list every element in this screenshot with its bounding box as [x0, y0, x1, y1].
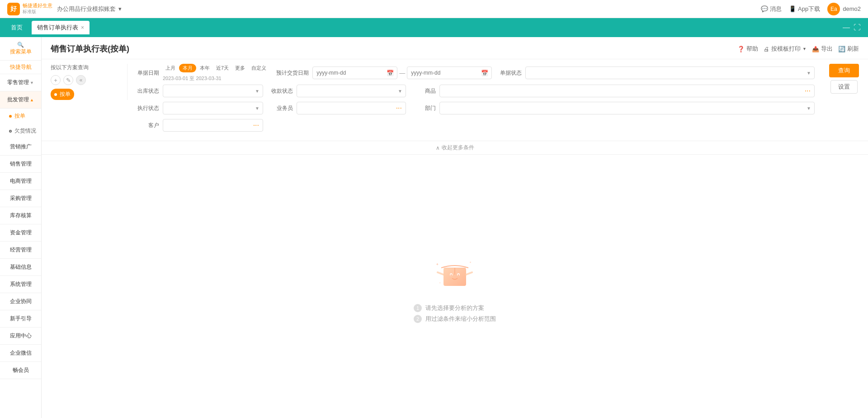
sidebar-item-member[interactable]: 畅会员 [0, 362, 41, 379]
user-area[interactable]: Ea demo2 [827, 3, 861, 15]
filter-top: 按以下方案查询 + ✎ « 按单 [42, 59, 868, 141]
receive-status-select[interactable] [297, 85, 406, 97]
dept-select[interactable] [439, 102, 815, 114]
edit-scheme-button[interactable]: ✎ [63, 75, 73, 85]
sidebar-sub-item-order[interactable]: 按单 [0, 109, 41, 124]
message-icon: 💬 [761, 5, 768, 12]
refresh-label: 刷新 [847, 45, 859, 53]
sidebar-search[interactable]: 🔍 搜索菜单 [0, 37, 41, 61]
svg-text:✦: ✦ [469, 261, 472, 264]
sidebar-item-wholesale[interactable]: 批发管理 ▲ [0, 91, 41, 109]
sub-dot-icon [9, 115, 12, 118]
sidebar-item-enterprise[interactable]: 企业协同 [0, 293, 41, 310]
tip-text-2: 用过滤条件来缩小分析范围 [425, 315, 496, 323]
print-label: 按模板打印 [771, 45, 801, 53]
sidebar-item-wechat-label: 企业微信 [10, 349, 32, 357]
help-action[interactable]: ❓ 帮助 [737, 45, 758, 53]
empty-illustration: ✦ ✦ ✦ [432, 250, 477, 295]
expected-date-to[interactable] [407, 66, 492, 79]
out-status-label: 出库状态 [137, 87, 159, 95]
filter-row-1: 单据日期 上月 本月 本年 近7天 更多 自定义 [137, 64, 815, 82]
tab-close-icon[interactable]: × [81, 24, 84, 31]
sidebar-item-guide[interactable]: 新手引导 [0, 310, 41, 328]
exec-status-label: 执行状态 [137, 104, 159, 112]
sidebar-item-finance[interactable]: 资金管理 [0, 224, 41, 242]
date-tab-more[interactable]: 更多 [232, 64, 248, 72]
expected-date-from[interactable] [312, 66, 397, 79]
avatar: Ea [827, 3, 840, 15]
app-icon: 📱 [789, 5, 796, 12]
collapse-bar[interactable]: ∧ 收起更多条件 [42, 141, 868, 154]
top-bar-right: 💬 消息 📱 App下载 Ea demo2 [761, 3, 861, 15]
top-bar: 好 畅捷通好生意 标准版 办公用品行业模拟账套 ▾ 💬 消息 📱 App下载 E… [0, 0, 868, 18]
goods-input-box[interactable]: ··· [439, 85, 815, 97]
sidebar-item-marketing[interactable]: 营销推广 [0, 138, 41, 156]
out-status-select-wrapper: ▼ [163, 85, 263, 97]
sidebar-item-ecommerce[interactable]: 电商管理 [0, 173, 41, 190]
sidebar-item-appstore[interactable]: 应用中心 [0, 328, 41, 345]
chevron-up-icon: ▲ [30, 98, 34, 102]
print-arrow-icon: ▼ [802, 47, 807, 51]
sidebar-item-marketing-label: 营销推广 [10, 143, 32, 151]
status-select[interactable] [525, 66, 815, 79]
dept-field: 部门 ▼ [413, 102, 815, 114]
sidebar-item-retail-label: 零售管理 [7, 79, 29, 86]
date-tab-last-month[interactable]: 上月 [163, 64, 178, 72]
message-action[interactable]: 💬 消息 [761, 5, 782, 13]
refresh-icon: 🔄 [838, 46, 845, 52]
main-layout: 🔍 搜索菜单 快捷导航 零售管理 ▼ 批发管理 ▲ 按单 欠货情况 [0, 37, 868, 418]
sidebar-item-wechat[interactable]: 企业微信 [0, 345, 41, 362]
salesman-input-box[interactable]: ··· [297, 102, 406, 114]
sidebar-sub-item-debt[interactable]: 欠货情况 [0, 124, 41, 138]
sidebar-item-system[interactable]: 系统管理 [0, 276, 41, 293]
tab-sales-order[interactable]: 销售订单执行表 × [32, 21, 90, 34]
scheme-label: 按单 [60, 90, 71, 98]
date-tab-7days[interactable]: 近7天 [213, 64, 231, 72]
minimize-icon[interactable]: — [843, 24, 850, 32]
exec-status-select[interactable] [163, 102, 263, 114]
sidebar-item-purchase[interactable]: 采购管理 [0, 190, 41, 207]
svg-line-8 [466, 272, 472, 275]
settings-button[interactable]: 设置 [830, 80, 858, 94]
customer-label: 客户 [137, 122, 159, 129]
customer-input-box[interactable]: ··· [163, 119, 263, 132]
breadcrumb[interactable]: 办公用品行业模拟账套 ▾ [57, 5, 122, 13]
add-scheme-button[interactable]: + [51, 75, 61, 85]
filter-scheme-panel: 按以下方案查询 + ✎ « 按单 [51, 64, 127, 100]
page-header-actions: ❓ 帮助 🖨 按模板打印 ▼ 📤 导出 🔄 刷新 [737, 45, 859, 53]
expected-date-to-wrapper: 📅 [407, 66, 492, 79]
sidebar-quick-nav[interactable]: 快捷导航 [0, 61, 41, 74]
sidebar-item-wholesale-label: 批发管理 [7, 96, 29, 104]
app-label: App下载 [798, 5, 820, 13]
date-tab-current-month[interactable]: 本月 [179, 64, 196, 72]
sidebar-item-retail[interactable]: 零售管理 ▼ [0, 74, 41, 91]
date-label: 单据日期 [137, 69, 159, 77]
export-label: 导出 [821, 45, 833, 53]
sidebar-item-basic[interactable]: 基础信息 [0, 259, 41, 276]
top-bar-left: 好 畅捷通好生意 标准版 办公用品行业模拟账套 ▾ [7, 3, 122, 15]
refresh-action[interactable]: 🔄 刷新 [838, 45, 859, 53]
salesman-field: 业务员 ··· [270, 102, 406, 114]
tab-home[interactable]: 首页 [4, 21, 30, 34]
sidebar-item-operation[interactable]: 经营管理 [0, 242, 41, 259]
sidebar: 🔍 搜索菜单 快捷导航 零售管理 ▼ 批发管理 ▲ 按单 欠货情况 [0, 37, 42, 418]
sidebar-item-guide-label: 新手引导 [10, 315, 32, 323]
breadcrumb-text: 办公用品行业模拟账套 [57, 5, 116, 13]
sidebar-item-inventory[interactable]: 库存核算 [0, 207, 41, 224]
dept-label: 部门 [413, 104, 436, 112]
scheme-item-order[interactable]: 按单 [51, 89, 74, 100]
expand-icon[interactable]: ⛶ [854, 24, 861, 32]
out-status-select[interactable] [163, 85, 263, 97]
sidebar-sub-label-order: 按单 [14, 112, 25, 120]
scheme-dot-icon [54, 93, 57, 96]
query-button[interactable]: 查询 [829, 64, 859, 77]
customer-field: 客户 ··· [137, 119, 263, 132]
sidebar-item-operation-label: 经营管理 [10, 246, 32, 254]
date-tab-custom[interactable]: 自定义 [249, 64, 269, 72]
collapse-scheme-button[interactable]: « [76, 75, 86, 85]
print-action[interactable]: 🖨 按模板打印 ▼ [764, 45, 807, 53]
export-action[interactable]: 📤 导出 [812, 45, 833, 53]
date-tab-year[interactable]: 本年 [197, 64, 212, 72]
sidebar-item-sales[interactable]: 销售管理 [0, 156, 41, 173]
app-download-action[interactable]: 📱 App下载 [789, 5, 820, 13]
